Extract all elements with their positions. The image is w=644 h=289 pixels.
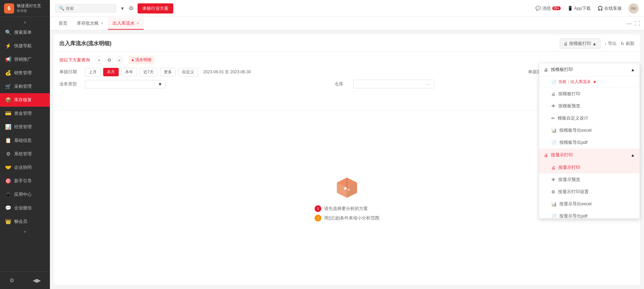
date-btn-last-month[interactable]: 上月 (85, 68, 100, 76)
search-icon: 🔍 (5, 29, 11, 36)
sidebar-label-system: 系统管理 (14, 151, 32, 157)
sidebar-item-inventory[interactable]: 📦 库存核算 (0, 93, 50, 107)
date-btn-custom[interactable]: 自定义 (178, 68, 198, 76)
logo-text: 畅捷通好生意 标准版 (17, 3, 41, 14)
sidebar-item-system[interactable]: ⚙ 系统管理 (0, 147, 50, 161)
warehouse-select[interactable]: ··· (353, 80, 434, 88)
tab-minimize-btn[interactable]: — (626, 21, 632, 27)
app-download-btn[interactable]: 📱 App下载 (567, 5, 591, 11)
message-badge: 99+ (552, 6, 561, 10)
app-logo: 6 畅捷通好生意 标准版 (0, 0, 50, 17)
template-export-excel-label: 按模板导出excel (559, 127, 591, 133)
sidebar-item-membership[interactable]: 👑 畅会员 (0, 215, 50, 228)
sidebar-item-finance[interactable]: 💳 资金管理 (0, 107, 50, 120)
header-search-box[interactable]: 🔍 (55, 4, 116, 12)
sidebar-item-wechat[interactable]: 💬 企业微信 (0, 201, 50, 215)
finance-icon: 💳 (5, 110, 11, 117)
message-label: 消息 (542, 5, 551, 11)
filter-collapse-btn[interactable]: « (116, 56, 123, 64)
date-filter-label: 单据日期 (59, 69, 80, 75)
export-btn[interactable]: ↑ 导出 (605, 41, 617, 47)
dropdown-item-display-export-excel[interactable]: 📊 按显示导出excel (539, 198, 640, 210)
sidebar-label-purchase: 采购管理 (14, 83, 32, 89)
date-filter: 上月 本月 本年 近7天 更多 自定义 (85, 68, 198, 76)
dropdown-item-template-customize[interactable]: ✏ 模板自定义设计 (539, 112, 640, 124)
message-btn[interactable]: 💬 消息 99+ (535, 5, 561, 11)
sidebar-label-sales: 销售管理 (14, 70, 32, 76)
filter-tag-water[interactable]: ● 流水明细 (128, 56, 154, 64)
date-btn-7days[interactable]: 近7天 (140, 68, 157, 76)
dropdown-item-template-export-pdf[interactable]: 📄 按模板导出pdf (539, 136, 640, 149)
trial-btn[interactable]: 体验行业方案 (138, 3, 173, 14)
page-header: 出入库流水(流水明细) 🖨 按模板打印 ▲ ↑ 导出 ↻ (54, 34, 640, 52)
dropdown-item-display-print[interactable]: 🖨 按显示打印 (539, 161, 640, 174)
app-header: 🔍 ▼ ⚙ 体验行业方案 💬 消息 99+ 📱 App下载 🎧 (50, 0, 644, 17)
message-icon: 💬 (535, 6, 541, 11)
business-type-select[interactable]: ▼ (85, 80, 166, 88)
print-template-btn[interactable]: 🖨 按模板打印 ▲ (560, 38, 601, 49)
date-btn-this-year[interactable]: 本年 (121, 68, 137, 76)
display-export-pdf-label: 按显示导出pdf (559, 213, 587, 218)
sidebar-item-enterprise[interactable]: 🤝 企业协同 (0, 161, 50, 174)
sidebar-item-app-center[interactable]: 📱 应用中心 (0, 188, 50, 201)
tab-home[interactable]: 首页 (54, 18, 72, 30)
dropdown-display-section-header[interactable]: 🖨 按显示打印 ▲ (539, 149, 640, 161)
avatar-text: Rit (631, 6, 636, 10)
collapse-sidebar-btn[interactable]: ◀▶ (31, 275, 43, 286)
tab-inventory-batch[interactable]: 库存批次账 × (72, 18, 108, 30)
online-service-btn[interactable]: 🎧 在线客服 (597, 5, 622, 11)
sidebar-item-sales[interactable]: 💰 销售管理 (0, 66, 50, 80)
print-dropdown-panel: 🖨 按模板打印 ▲ 📄 当前：出入库流水 ▼ 🖨 按模板打印 (539, 63, 640, 219)
tab-maximize-btn[interactable]: ⛶ (635, 21, 640, 27)
filter-add-btn[interactable]: + (95, 56, 103, 64)
sidebar-item-purchase[interactable]: 🛒 采购管理 (0, 80, 50, 93)
quick-nav-icon: ⚡ (5, 43, 11, 49)
display-print-label: 按显示打印 (558, 164, 580, 170)
dropdown-template-header-label: 🖨 按模板打印 (544, 67, 573, 73)
filter-settings-btn[interactable]: ⚙ (106, 56, 113, 64)
page-title: 出入库流水(流水明细) (59, 40, 112, 47)
display-export-excel-icon: 📊 (551, 202, 557, 207)
online-service-label: 在线客服 (604, 5, 622, 11)
tab-inout-flow[interactable]: 出入库流水 × (108, 18, 144, 30)
sidebar-item-quick-nav[interactable]: ⚡ 快捷导航 (0, 39, 50, 53)
dropdown-item-template-preview[interactable]: 👁 按模板预览 (539, 100, 640, 112)
wechat-icon: 💬 (5, 205, 11, 211)
sidebar-item-basic-info[interactable]: 📋 基础信息 (0, 134, 50, 147)
tab-inventory-batch-close[interactable]: × (101, 21, 103, 26)
sidebar-item-search[interactable]: 🔍 搜索菜单 (0, 26, 50, 39)
dropdown-item-template-print[interactable]: 🖨 按模板打印 (539, 88, 640, 100)
date-btn-more[interactable]: 更多 (160, 68, 176, 76)
sidebar-item-guide[interactable]: 🎯 新手引导 (0, 174, 50, 188)
settings-bottom-btn[interactable]: ⚙ (7, 275, 16, 286)
dropdown-item-display-print-settings[interactable]: ⚙ 按显示打印设置 (539, 186, 640, 198)
template-customize-label: 模板自定义设计 (558, 115, 588, 121)
sidebar-label-operations: 经营管理 (14, 124, 32, 130)
dropdown-item-template-export-excel[interactable]: 📊 按模板导出excel (539, 124, 640, 136)
sidebar-item-marketing[interactable]: 📢 营销推广 (0, 53, 50, 66)
empty-steps: 1 请先选择要分析的方案 2 用[过滤]条件来缩小分析范围 (315, 205, 379, 221)
template-print-label: 按模板打印 (558, 91, 580, 97)
svg-point-5 (344, 187, 347, 190)
dropdown-item-display-preview[interactable]: 👁 按显示预览 (539, 174, 640, 186)
header-search-input[interactable] (66, 6, 106, 11)
date-btn-this-month[interactable]: 本月 (103, 68, 119, 76)
system-icon: ⚙ (5, 151, 11, 157)
tab-inout-flow-close[interactable]: × (137, 21, 139, 26)
date-range-display: 2023-06-01 至 2023-06-30 (203, 69, 251, 75)
dropdown-template-header[interactable]: 🖨 按模板打印 ▲ (539, 63, 640, 76)
refresh-btn[interactable]: ↻ 刷新 (621, 41, 635, 47)
template-preview-label: 按模板预览 (558, 103, 580, 109)
display-print-settings-label: 按显示打印设置 (558, 189, 589, 195)
display-preview-icon: 👁 (551, 177, 556, 182)
sidebar-item-operations[interactable]: 📊 经营管理 (0, 120, 50, 134)
sidebar-label-app-center: 应用中心 (14, 191, 32, 198)
dropdown-item-display-export-pdf[interactable]: 📄 按显示导出pdf (539, 210, 640, 218)
header-gear-icon[interactable]: ⚙ (129, 5, 134, 11)
business-type-chevron: ▼ (158, 82, 162, 87)
header-dropdown-chevron[interactable]: ▼ (120, 6, 125, 11)
app-edition: 标准版 (17, 8, 41, 13)
scroll-up-arrow: ▲ (23, 20, 27, 24)
user-avatar[interactable]: Rit (628, 3, 639, 14)
tab-inout-flow-label: 出入库流水 (113, 20, 135, 26)
